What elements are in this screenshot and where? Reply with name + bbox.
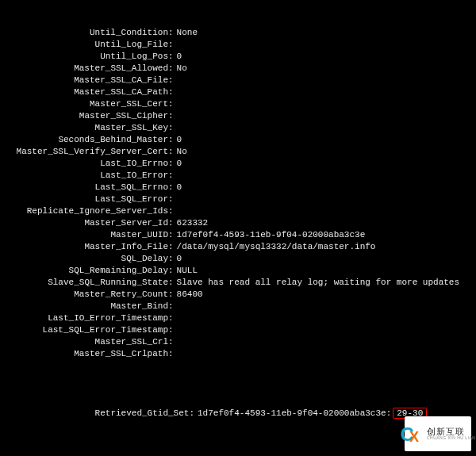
terminal-output: Until_Condition:NoneUntil_Log_File:Until… [0,0,476,456]
field-label: Slave_SQL_Running_State [5,277,168,289]
field-label: Master_SSL_CA_File [5,75,168,86]
field-label: Seconds_Behind_Master [5,134,168,146]
field-label: Last_IO_Errno [5,158,168,170]
field-value: 1d7ef0f4-4593-11eb-9f04-02000aba3c3e [174,229,366,241]
status-row: Master_Retry_Count:86400 [5,289,471,301]
field-label: Master_Info_File [5,241,168,253]
status-row: Master_SSL_Cert: [5,98,471,110]
status-row: Seconds_Behind_Master:0 [5,134,471,146]
field-label: Retrieved_Gtid_Set [25,408,189,420]
field-label: Master_UUID [5,229,168,241]
status-row: Slave_SQL_Running_State:Slave has read a… [5,277,471,289]
field-value: None [174,27,198,39]
field-label: Last_SQL_Error_Timestamp [5,324,168,336]
field-label: Master_Server_Id [5,217,168,229]
status-row: Master_SSL_CA_Path: [5,86,471,98]
field-label: SQL_Remaining_Delay [5,265,168,277]
status-row: Master_SSL_Crl: [5,336,471,348]
status-row: Master_SSL_Key: [5,122,471,134]
field-label: Last_IO_Error_Timestamp [5,312,168,324]
status-row: Master_SSL_Cipher: [5,110,471,122]
field-value: 86400 [174,289,203,301]
status-row: Master_UUID:1d7ef0f4-4593-11eb-9f04-0200… [5,229,471,241]
field-label: Until_Condition [5,27,168,39]
field-value: 0 [174,51,182,63]
status-row: Master_Info_File:/data/mysql/mysql3332/d… [5,241,471,253]
field-label: Last_SQL_Error [5,194,168,205]
watermark-logo-x: X [409,431,419,443]
watermark-en: CHUANG XIN HU LIAN [427,436,476,440]
watermark-logo: C X 创新互联 CHUANG XIN HU LIAN [405,416,471,451]
status-row: Until_Condition:None [5,27,471,39]
field-label: Last_IO_Error [5,170,168,182]
status-row: Last_SQL_Errno:0 [5,182,471,194]
field-label: Master_Bind [5,301,168,312]
field-label: Master_SSL_Cert [5,98,168,110]
status-row: Master_SSL_Allowed:No [5,63,471,75]
status-row: Last_IO_Error: [5,170,471,182]
status-row: Last_IO_Error_Timestamp: [5,312,471,324]
field-value: Slave has read all relay log; waiting fo… [174,277,459,289]
field-label: Master_SSL_Crlpath [5,348,168,360]
field-value: 0 [174,158,182,170]
field-value: 0 [174,182,182,194]
field-value: /data/mysql/mysql3332/data/master.info [174,241,376,253]
status-row: Last_SQL_Error_Timestamp: [5,324,471,336]
status-row: Last_IO_Errno:0 [5,158,471,170]
status-row: Master_Server_Id:623332 [5,217,471,229]
field-value: NULL [174,265,198,277]
field-label: Master_SSL_CA_Path [5,86,168,98]
status-row: SQL_Delay:0 [5,253,471,265]
field-label: Master_SSL_Key [5,122,168,134]
field-value: 0 [174,134,182,146]
status-row: Last_SQL_Error: [5,194,471,205]
status-row: Master_SSL_CA_File: [5,75,471,86]
status-row: Until_Log_File: [5,39,471,51]
status-row: Master_Bind: [5,301,471,312]
field-label: Last_SQL_Errno [5,182,168,194]
retrieved-gtid-base: 1d7ef0f4-4593-11eb-9f04-02000aba3c3e:29-… [194,408,427,420]
field-value: No [174,63,187,75]
field-label: Master_SSL_Verify_Server_Cert [5,146,168,158]
field-label: SQL_Delay [5,253,168,265]
field-label: Until_Log_Pos [5,51,168,63]
status-row: Master_SSL_Verify_Server_Cert:No [5,146,471,158]
status-row: Until_Log_Pos:0 [5,51,471,63]
field-value: No [174,146,187,158]
status-row: Master_SSL_Crlpath: [5,348,471,360]
field-label: Master_SSL_Allowed [5,63,168,75]
field-label: Master_Retry_Count [5,289,168,301]
field-label: Master_SSL_Crl [5,336,168,348]
field-label: Master_SSL_Cipher [5,110,168,122]
field-value: 0 [174,253,182,265]
field-label: Until_Log_File [5,39,168,51]
status-row: SQL_Remaining_Delay:NULL [5,265,471,277]
field-value: 623332 [174,217,209,229]
field-label: Replicate_Ignore_Server_Ids [5,205,168,217]
status-row: Replicate_Ignore_Server_Ids: [5,205,471,217]
